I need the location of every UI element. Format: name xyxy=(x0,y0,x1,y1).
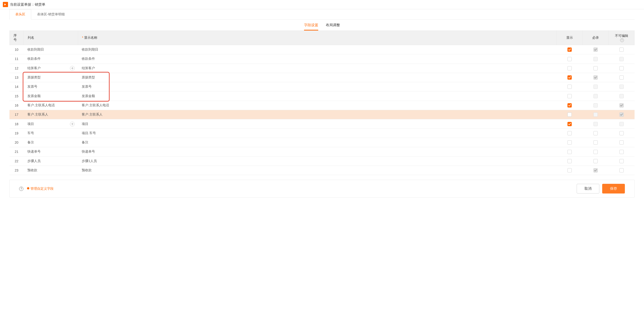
sub-tab-1[interactable]: 布局调整 xyxy=(326,23,340,30)
cell-readonly xyxy=(608,138,634,147)
manage-custom-fields-link[interactable]: 管理自定义字段 xyxy=(26,187,54,191)
cell-col-name: 预收款 xyxy=(24,166,78,175)
cell-display-name[interactable]: 客户.主联系人 xyxy=(78,110,556,119)
table-row: 18项目项目 xyxy=(10,119,634,128)
checkbox-required xyxy=(594,168,598,172)
tab-1[interactable]: 表体区-销货单明细 xyxy=(31,9,71,20)
checkbox-readonly xyxy=(620,94,624,98)
cell-seq: 18 xyxy=(10,119,24,128)
checkbox-readonly xyxy=(620,122,624,126)
checkbox-show[interactable] xyxy=(568,103,572,108)
cell-display-name[interactable]: 结算客户 xyxy=(78,64,556,73)
cell-display-name[interactable]: 项目.车号 xyxy=(78,128,556,138)
cell-col-name: 项目 xyxy=(24,119,78,128)
add-icon[interactable] xyxy=(70,122,75,126)
checkbox-readonly xyxy=(620,103,624,108)
help-icon[interactable]: ? xyxy=(620,38,624,42)
table-row: 13票据类型票据类型 xyxy=(10,73,634,82)
tab-0[interactable]: 表头区 xyxy=(10,9,31,20)
cell-required xyxy=(582,73,608,82)
checkbox-show[interactable] xyxy=(568,150,572,154)
add-icon[interactable] xyxy=(70,66,75,71)
cell-display-name[interactable]: 备注 xyxy=(78,138,556,147)
cell-readonly xyxy=(608,110,634,119)
cell-col-name: 客户.主联系人电话 xyxy=(24,101,78,110)
cell-readonly xyxy=(608,92,634,101)
checkbox-show[interactable] xyxy=(568,159,572,163)
cell-show xyxy=(556,101,582,110)
cell-required xyxy=(582,110,608,119)
checkbox-required xyxy=(594,75,598,80)
cell-display-name[interactable]: 发票号 xyxy=(78,82,556,92)
checkbox-required xyxy=(594,94,598,98)
checkbox-show[interactable] xyxy=(568,66,572,70)
th-required: 必录 xyxy=(582,31,608,45)
checkbox-show[interactable] xyxy=(568,140,572,144)
checkbox-readonly[interactable] xyxy=(620,131,624,135)
header-bar: 当前设置单据：销货单 xyxy=(0,0,644,9)
cell-seq: 19 xyxy=(10,128,24,138)
checkbox-required[interactable] xyxy=(594,131,598,135)
question-icon[interactable]: ? xyxy=(19,187,24,191)
cell-readonly xyxy=(608,101,634,110)
gear-icon xyxy=(26,187,30,191)
checkbox-required[interactable] xyxy=(594,150,598,154)
checkbox-show[interactable] xyxy=(568,122,572,126)
checkbox-readonly[interactable] xyxy=(620,150,624,154)
checkbox-show[interactable] xyxy=(568,131,572,135)
cell-show xyxy=(556,147,582,156)
cell-show xyxy=(556,128,582,138)
cell-col-name: 发票金额 xyxy=(24,92,78,101)
title-value: 销货单 xyxy=(35,2,45,6)
cell-show xyxy=(556,73,582,82)
cell-display-name[interactable]: 收款条件 xyxy=(78,54,556,64)
checkbox-required xyxy=(594,48,598,52)
cell-readonly xyxy=(608,147,634,156)
cancel-button[interactable]: 取消 xyxy=(577,184,599,194)
checkbox-required xyxy=(594,57,598,61)
cell-col-name: 收款条件 xyxy=(24,54,78,64)
checkbox-show[interactable] xyxy=(568,84,572,89)
checkbox-readonly xyxy=(620,112,624,117)
cell-readonly xyxy=(608,119,634,128)
checkbox-show[interactable] xyxy=(568,48,572,52)
cell-display-name[interactable]: 步骤1人员 xyxy=(78,156,556,166)
expand-panel-icon[interactable] xyxy=(3,2,8,7)
checkbox-show[interactable] xyxy=(568,168,572,172)
cell-seq: 10 xyxy=(10,45,24,54)
checkbox-readonly[interactable] xyxy=(620,75,624,80)
cell-display-name[interactable]: 票据类型 xyxy=(78,73,556,82)
checkbox-required[interactable] xyxy=(594,140,598,144)
cell-display-name[interactable]: 发票金额 xyxy=(78,92,556,101)
table-row: 22步骤人员步骤1人员 xyxy=(10,156,634,166)
cell-seq: 15 xyxy=(10,92,24,101)
cell-display-name[interactable]: 快递单号 xyxy=(78,147,556,156)
cell-display-name[interactable]: 收款到期日 xyxy=(78,45,556,54)
cell-seq: 12 xyxy=(10,64,24,73)
checkbox-required[interactable] xyxy=(594,66,598,70)
checkbox-readonly[interactable] xyxy=(620,66,624,70)
cell-col-name: 车号 xyxy=(24,128,78,138)
checkbox-show[interactable] xyxy=(568,75,572,80)
checkbox-readonly[interactable] xyxy=(620,140,624,144)
checkbox-required xyxy=(594,84,598,89)
checkbox-show[interactable] xyxy=(568,57,572,61)
cell-display-name[interactable]: 客户.主联系人电话 xyxy=(78,101,556,110)
checkbox-readonly[interactable] xyxy=(620,48,624,52)
checkbox-readonly[interactable] xyxy=(620,159,624,163)
checkbox-show[interactable] xyxy=(568,112,572,117)
checkbox-required[interactable] xyxy=(594,159,598,163)
checkbox-readonly[interactable] xyxy=(620,168,624,172)
checkbox-show[interactable] xyxy=(568,94,572,98)
cell-display-name[interactable]: 项目 xyxy=(78,119,556,128)
cell-readonly xyxy=(608,156,634,166)
cell-readonly xyxy=(608,45,634,54)
sub-tab-0[interactable]: 字段设置 xyxy=(304,23,318,30)
cell-show xyxy=(556,82,582,92)
cell-show xyxy=(556,166,582,175)
save-button[interactable]: 保存 xyxy=(602,184,625,194)
cell-required xyxy=(582,64,608,73)
cell-required xyxy=(582,82,608,92)
cell-display-name[interactable]: 预收款 xyxy=(78,166,556,175)
cell-col-name: 发票号 xyxy=(24,82,78,92)
